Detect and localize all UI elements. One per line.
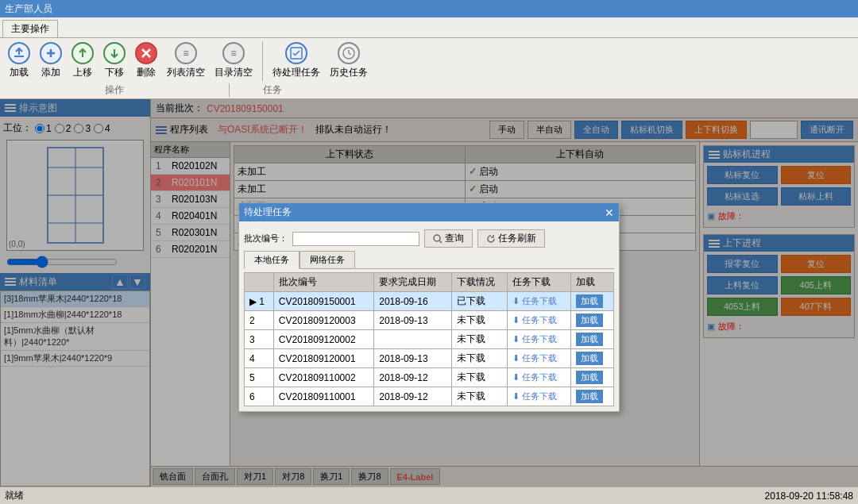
modal-row-3[interactable]: 4 CV201809120001 2018-09-13 未下载 ⬇ 任务下载 加… [245, 349, 614, 368]
task-group-label: 任务 [233, 83, 312, 97]
modal-row-0[interactable]: ▶ 1 CV201809150001 2018-09-16 已下载 ⬇ 任务下载… [245, 292, 614, 311]
status-text: 就绪 [5, 489, 24, 502]
delete-icon [135, 42, 157, 64]
row-1-task-dl: ⬇ 任务下载 [508, 311, 571, 330]
row-3-status: 未下载 [452, 349, 508, 368]
move-down-button[interactable]: 下移 [99, 40, 130, 82]
row-0-task-dl: ⬇ 任务下载 [508, 292, 571, 311]
title-text: 生产部人员 [5, 2, 52, 16]
row-3-date: 2018-09-13 [374, 349, 452, 368]
add-label: 添加 [41, 66, 60, 79]
row-0-batch: CV201809150001 [273, 292, 373, 311]
row-4-num: 5 [245, 368, 274, 387]
dir-clear-label: 目录清空 [214, 66, 253, 79]
title-bar: 生产部人员 [0, 0, 858, 17]
load-label: 加载 [10, 66, 29, 79]
list-clear-button[interactable]: ≡ 列表清空 [162, 40, 210, 82]
refresh-button[interactable]: 任务刷新 [477, 229, 545, 248]
col-num [245, 273, 274, 292]
load-button[interactable]: 加载 [3, 40, 35, 82]
move-up-button[interactable]: 上移 [67, 40, 99, 82]
batch-search-input[interactable] [292, 232, 419, 246]
row-2-load: 加载 [570, 330, 613, 349]
row-2-task-dl: ⬇ 任务下载 [508, 330, 571, 349]
row-2-num: 3 [245, 330, 274, 349]
row-0-status: 已下载 [452, 292, 508, 311]
svg-line-9 [439, 240, 442, 243]
toolbar-separator-1 [262, 41, 263, 81]
history-label: 历史任务 [330, 66, 368, 79]
delete-button[interactable]: 删除 [130, 40, 162, 82]
toolbar-operation-group: 加载 添加 上移 下移 [3, 40, 257, 82]
load-btn-1[interactable]: 加载 [576, 314, 603, 327]
row-3-batch: CV201809120001 [273, 349, 373, 368]
col-batch: 批次编号 [273, 273, 373, 292]
row-0-date: 2018-09-16 [374, 292, 452, 311]
row-1-batch: CV201809120003 [273, 311, 373, 330]
row-4-batch: CV201809110002 [273, 368, 373, 387]
task-dl-btn-5[interactable]: ⬇ 任务下载 [512, 391, 566, 402]
svg-rect-0 [14, 56, 24, 57]
row-1-load: 加载 [570, 311, 613, 330]
load-btn-4[interactable]: 加载 [576, 371, 603, 384]
task-dl-btn-3[interactable]: ⬇ 任务下载 [512, 352, 566, 364]
pending-icon [285, 42, 307, 64]
row-5-date: 2018-09-12 [374, 387, 452, 406]
modal-row-4[interactable]: 5 CV201809110002 2018-09-12 未下载 ⬇ 任务下载 加… [245, 368, 614, 387]
history-icon [338, 42, 360, 64]
col-load: 加载 [570, 273, 613, 292]
modal-row-2[interactable]: 3 CV201809120002 未下载 ⬇ 任务下载 加载 [245, 330, 614, 349]
datetime-text: 2018-09-20 11:58:48 [765, 491, 853, 502]
modal-title: 待处理任务 [244, 206, 292, 219]
task-dl-btn-0[interactable]: ⬇ 任务下载 [512, 295, 566, 307]
toolbar-section: 主要操作 加载 添加 [0, 17, 858, 99]
add-button[interactable]: 添加 [35, 40, 67, 82]
modal-close-button[interactable]: ✕ [605, 206, 614, 219]
row-0-load: 加载 [570, 292, 613, 311]
pending-tasks-button[interactable]: 待处理任务 [268, 40, 325, 82]
local-task-tab[interactable]: 本地任务 [244, 251, 300, 269]
modal-tabs: 本地任务 网络任务 [244, 251, 614, 269]
network-task-tab[interactable]: 网络任务 [300, 251, 355, 268]
load-btn-3[interactable]: 加载 [576, 352, 603, 365]
dir-clear-button[interactable]: ≡ 目录清空 [210, 40, 257, 82]
task-dl-btn-1[interactable]: ⬇ 任务下载 [512, 314, 566, 326]
search-icon [433, 234, 443, 244]
status-bar: 就绪 2018-09-20 11:58:48 [0, 487, 858, 504]
modal-row-5[interactable]: 6 CV201809110001 2018-09-12 未下载 ⬇ 任务下载 加… [245, 387, 614, 406]
svg-point-8 [434, 235, 440, 241]
task-dl-btn-4[interactable]: ⬇ 任务下载 [512, 371, 566, 383]
row-1-status: 未下载 [452, 311, 508, 330]
dir-clear-icon: ≡ [222, 42, 245, 64]
load-btn-5[interactable]: 加载 [576, 390, 603, 403]
modal-table-header: 批次编号 要求完成日期 下载情况 任务下载 加载 [245, 273, 614, 292]
modal-row-1[interactable]: 2 CV201809120003 2018-09-13 未下载 ⬇ 任务下载 加… [245, 311, 614, 330]
pending-label: 待处理任务 [272, 66, 320, 79]
row-5-status: 未下载 [452, 387, 508, 406]
toolbar-tab[interactable]: 主要操作 [2, 20, 58, 37]
search-button[interactable]: 查询 [424, 229, 473, 248]
batch-num-label: 批次编号： [244, 233, 288, 244]
row-1-date: 2018-09-13 [374, 311, 452, 330]
row-5-batch: CV201809110001 [273, 387, 373, 406]
row-4-status: 未下载 [452, 368, 508, 387]
load-btn-0[interactable]: 加载 [576, 294, 603, 308]
search-btn-label: 查询 [445, 232, 464, 245]
operation-group-label: 操作 [3, 83, 226, 97]
task-dl-btn-2[interactable]: ⬇ 任务下载 [512, 333, 566, 345]
load-btn-2[interactable]: 加载 [576, 333, 603, 346]
toolbar-task-group: 待处理任务 历史任务 [268, 40, 373, 82]
row-5-num: 6 [245, 387, 274, 406]
col-date: 要求完成日期 [374, 273, 452, 292]
history-tasks-button[interactable]: 历史任务 [325, 40, 373, 82]
row-2-status: 未下载 [452, 330, 508, 349]
list-clear-icon: ≡ [175, 42, 197, 64]
add-icon [40, 42, 62, 64]
col-download-status: 下载情况 [452, 273, 508, 292]
modal-body: 批次编号： 查询 任务刷新 本地任务 网 [239, 221, 619, 411]
modal-title-bar: 待处理任务 ✕ [239, 203, 619, 221]
modal-overlay: 待处理任务 ✕ 批次编号： 查询 任务刷新 [0, 99, 858, 487]
refresh-icon [486, 234, 496, 244]
list-clear-label: 列表清空 [167, 66, 205, 79]
delete-label: 删除 [137, 66, 156, 79]
